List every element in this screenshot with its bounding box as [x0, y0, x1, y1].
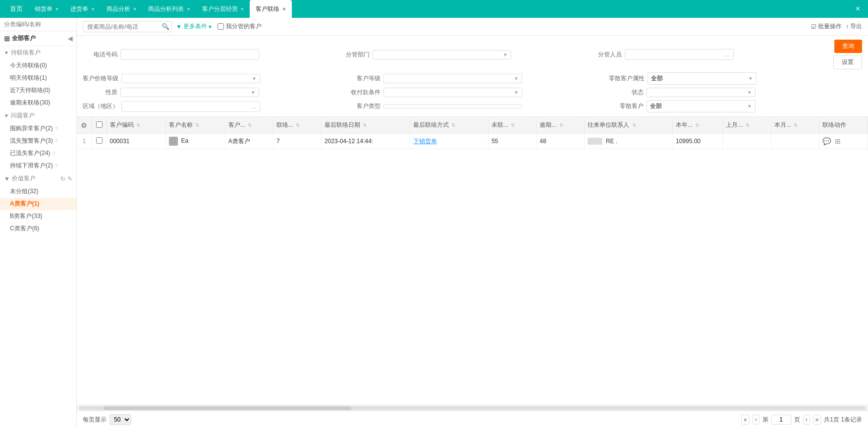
- th-last-method: 最后联络方式 ⇅: [410, 117, 488, 134]
- th-this-month: 本月... ⇅: [771, 117, 819, 134]
- sidebar-item-churn-warning[interactable]: 流失预警客户(3) ?: [0, 135, 76, 147]
- row-level: A类客户: [225, 134, 273, 149]
- filter-icon: ▼: [176, 23, 182, 30]
- payment-arrow: ▼: [514, 90, 519, 95]
- nav-tab-5[interactable]: 客户联络 ×: [250, 0, 291, 18]
- sidebar-item-class-b[interactable]: B类客户(33): [0, 210, 76, 222]
- sidebar-item-class-a[interactable]: A类客户(1): [0, 198, 76, 210]
- close-tab-0[interactable]: ×: [55, 6, 58, 12]
- help-icon-2: ?: [52, 151, 55, 157]
- prev-page-btn[interactable]: ‹: [753, 415, 760, 425]
- nav-tabs: 销货单 × 进货单 × 商品分析 × 商品分析列表 × 客户分层经营 × 客户联…: [29, 0, 292, 18]
- phone-input[interactable]: [120, 49, 259, 60]
- price-level-select[interactable]: ▼: [121, 74, 260, 83]
- nav-tab-0[interactable]: 销货单 ×: [29, 0, 64, 18]
- sort-thismonth-icon: ⇅: [794, 122, 798, 128]
- scroll-thumb[interactable]: [104, 406, 351, 410]
- gear-icon[interactable]: ⚙: [81, 121, 87, 129]
- qr-icon[interactable]: ⊞: [835, 137, 841, 145]
- edit-icon[interactable]: ✎: [67, 175, 72, 182]
- dept-select[interactable]: ▼: [373, 50, 511, 59]
- filter-bar: 🔍 ▼ 更多条件 ▾ 我分管的客户 ☑ 批量操作 ↑ 导出: [77, 18, 868, 36]
- row-checkbox[interactable]: [96, 137, 103, 144]
- main-search-icon[interactable]: 🔍: [162, 23, 169, 30]
- region-dots-icon[interactable]: …: [251, 103, 257, 110]
- region-select[interactable]: …: [121, 101, 260, 112]
- data-table-container: ⚙ 客户编码 ⇅ 客户名称 ⇅: [77, 117, 868, 405]
- sidebar-item-7days[interactable]: 近7天待联络(0): [0, 84, 76, 97]
- nav-tab-1[interactable]: 进货单 ×: [64, 0, 100, 18]
- window-close-icon[interactable]: ×: [852, 4, 864, 13]
- row-last-method[interactable]: 下销货单: [410, 134, 488, 149]
- chat-icon[interactable]: 💬: [822, 137, 831, 145]
- sort-date-icon: ⇅: [363, 122, 367, 128]
- sidebar-item-ungrouped[interactable]: 未分组(32): [0, 185, 76, 198]
- payment-select[interactable]: ▼: [383, 88, 522, 97]
- sidebar-item-overdue[interactable]: 逾期未联络(30): [0, 97, 76, 109]
- nav-tab-2[interactable]: 商品分析 ×: [101, 0, 142, 18]
- sidebar-item-tomorrow[interactable]: 明天待联络(1): [0, 72, 76, 84]
- page-size-select[interactable]: 50: [109, 414, 131, 425]
- all-customers-header[interactable]: ⊞ 全部客户 ◀: [0, 31, 76, 46]
- nature-select[interactable]: ▼: [120, 88, 259, 97]
- batch-op-btn[interactable]: ☑ 批量操作: [811, 22, 842, 31]
- last-page-btn[interactable]: »: [813, 415, 821, 425]
- setting-btn[interactable]: 设置: [833, 55, 862, 69]
- close-tab-3[interactable]: ×: [187, 6, 190, 12]
- export-btn[interactable]: ↑ 导出: [846, 22, 862, 31]
- close-tab-2[interactable]: ×: [133, 6, 136, 12]
- sidebar-item-today[interactable]: 今天待联络(0): [0, 59, 76, 72]
- sidebar-item-declining[interactable]: 持续下滑客户(2) ?: [0, 160, 76, 172]
- main-search-input[interactable]: [87, 23, 162, 30]
- my-customers-checkbox[interactable]: [217, 23, 224, 30]
- section-arrow-pending: ▼: [4, 50, 9, 55]
- th-gear: ⚙: [77, 117, 92, 134]
- close-tab-4[interactable]: ×: [241, 6, 244, 12]
- nav-tab-4[interactable]: 客户分层经营 ×: [196, 0, 250, 18]
- select-all-checkbox[interactable]: [96, 121, 103, 128]
- help-icon-1: ?: [55, 138, 58, 144]
- query-btn[interactable]: 查询: [834, 40, 862, 53]
- section-problem-customers[interactable]: ▼ 问题客户: [0, 109, 76, 122]
- sort-level-icon: ⇅: [248, 122, 252, 128]
- filter-phone: 电话号码: [83, 49, 325, 60]
- row-this-month: [771, 134, 819, 149]
- help-icon-3: ?: [55, 163, 58, 169]
- table-row: 1 000031 Ea A类客户 7 2023-04-12 14:44: 下销货…: [77, 134, 868, 149]
- sidebar-item-hoarding[interactable]: 囤购异常客户(2) ?: [0, 122, 76, 135]
- footer-left: 每页显示 50: [83, 414, 131, 425]
- close-tab-5[interactable]: ×: [282, 6, 285, 12]
- nav-home[interactable]: 首页: [4, 4, 29, 13]
- section-value-customers[interactable]: ▼ 价值客户 ↻ ✎: [0, 172, 76, 185]
- first-page-btn[interactable]: «: [741, 415, 750, 425]
- manager-dots-icon[interactable]: …: [724, 51, 730, 58]
- filter-row-3: 性质 ▼ 收付款条件 ▼ 状态: [83, 88, 862, 97]
- status-select[interactable]: ▼: [647, 88, 756, 97]
- footer-right: « ‹ 第 页 › » 共1页 1条记录: [741, 415, 862, 425]
- customer-level-select[interactable]: ▼: [383, 74, 522, 83]
- page-number-input[interactable]: [771, 415, 791, 425]
- more-conditions-btn[interactable]: ▼ 更多条件 ▾: [176, 22, 212, 31]
- refresh-icon[interactable]: ↻: [60, 175, 65, 182]
- collapse-sidebar-icon[interactable]: ◀: [68, 35, 72, 42]
- manager-select[interactable]: …: [625, 49, 734, 60]
- retail-attr-select[interactable]: 全部 ▼: [648, 72, 757, 85]
- sidebar-item-class-c[interactable]: C类客户(6): [0, 222, 76, 235]
- next-page-btn[interactable]: ›: [803, 415, 810, 425]
- section-pending-contact[interactable]: ▼ 待联络客户: [0, 46, 76, 59]
- row-code: 000031: [107, 134, 166, 149]
- section-arrow-value: ▼: [4, 175, 10, 182]
- sort-name-icon: ⇅: [195, 122, 199, 128]
- horizontal-scrollbar[interactable]: [77, 405, 868, 411]
- customer-type-select[interactable]: [383, 105, 522, 108]
- retail-customer-arrow: ▼: [747, 104, 752, 109]
- row-contact-count: 7: [273, 134, 321, 149]
- nav-tab-3[interactable]: 商品分析列表 ×: [142, 0, 196, 18]
- sidebar-item-churned[interactable]: 已流失客户(24) ?: [0, 147, 76, 160]
- retail-customer-select[interactable]: 全部 ▼: [647, 100, 756, 112]
- close-tab-1[interactable]: ×: [91, 6, 94, 12]
- sidebar-search-input[interactable]: [4, 21, 77, 28]
- retail-attr-arrow: ▼: [748, 76, 753, 81]
- th-checkbox: [92, 117, 107, 134]
- sort-code-icon: ⇅: [136, 122, 140, 128]
